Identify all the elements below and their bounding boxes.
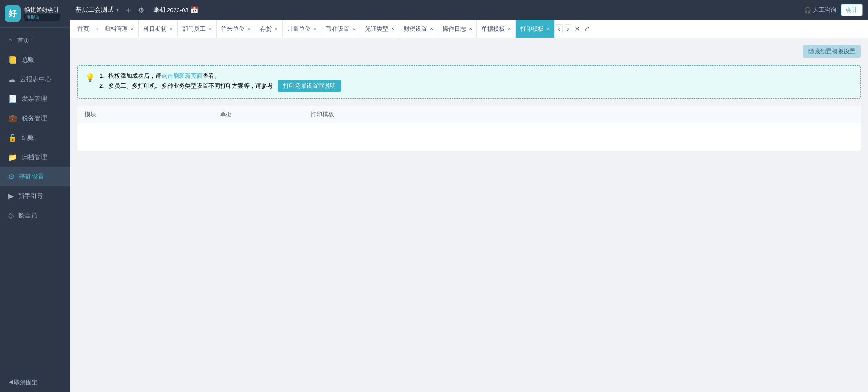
tab-unit[interactable]: 计量单位× [283,20,321,38]
notice-line1-prefix: 1、模板添加成功后，请 [99,72,161,79]
tab-label-dept-staff: 部门员工 [182,25,206,33]
sidebar-label-tax: 税务管理 [22,114,47,123]
tab-operation-log[interactable]: 操作日志× [438,20,477,38]
sidebar-label-settings: 基础设置 [19,173,44,181]
col-header-module: 模块 [85,110,220,118]
tab-counterpart[interactable]: 往来单位× [217,20,255,38]
sidebar-navigation: ⌂首页📒总账☁云报表中心🧾发票管理💼税务管理🔒结账📁归档管理⚙基础设置▶新手引导… [0,28,70,373]
tab-inventory[interactable]: 存货× [255,20,283,38]
print-scene-btn[interactable]: 打印场景设置宣说明 [278,80,341,92]
sidebar-label-home: 首页 [17,37,30,45]
service-button[interactable]: 🎧 人工咨询 [804,6,836,14]
bulb-icon: 💡 [85,73,95,83]
sidebar-icon-cloud-report: ☁ [8,75,15,84]
sidebar-label-archive: 归档管理 [22,153,47,161]
unpin-label: ◀取消固定 [8,378,38,387]
company-dropdown-icon[interactable]: ▾ [116,7,119,13]
settings-gear-icon[interactable]: ⚙ [138,6,144,14]
sidebar-icon-home: ⌂ [8,37,13,45]
tab-subject-period[interactable]: 科目期初× [139,20,178,38]
tab-voucher-type[interactable]: 凭证类型× [360,20,399,38]
sidebar-label-invoice: 发票管理 [22,95,47,103]
tab-close-currency[interactable]: × [352,26,355,32]
company-name[interactable]: 基层工会测试 ▾ [75,6,119,14]
notice-line2-prefix: 2、多员工、多打印机、多种业务类型设置不同打印方案等，请参考 [99,82,273,89]
tab-label-archive-mgmt: 归档管理 [104,25,128,33]
tab-finance-settings[interactable]: 财税设置× [399,20,438,38]
sidebar-unpin-button[interactable]: ◀取消固定 [0,373,70,392]
company-name-text: 基层工会测试 [75,6,113,14]
col-header-voucher: 单据 [220,110,311,118]
sidebar-icon-close: 🔒 [8,133,17,142]
sidebar-item-ledger[interactable]: 📒总账 [0,50,70,70]
tab-close-print-template[interactable]: × [547,26,550,32]
tab-label-currency: 币种设置 [326,25,349,33]
tab-close-subject-period[interactable]: × [170,26,173,32]
tab-label-counterpart: 往来单位 [221,25,245,33]
sidebar-icon-guide: ▶ [8,192,14,200]
notice-line1-suffix: 查看。 [203,72,220,79]
sidebar-item-home[interactable]: ⌂首页 [0,31,70,50]
sidebar-item-guide[interactable]: ▶新手引导 [0,186,70,206]
topbar: 基层工会测试 ▾ ＋ ⚙ 账期 2023-03 📅 🎧 人工咨询 会计 [70,0,868,20]
tab-home[interactable]: 首页 [72,25,94,33]
tab-close-voucher-type[interactable]: × [391,26,394,32]
tab-close-inventory[interactable]: × [274,26,278,32]
tab-home-arrow-icon[interactable]: ‹ [94,26,100,32]
logo-icon: 好 [5,5,21,22]
logo-sub-text: 旗舰版 [24,14,60,21]
notice-refresh-link[interactable]: 点击刷新新页面 [161,72,203,79]
topbar-right: 🎧 人工咨询 会计 [804,4,863,16]
content-area: 隐藏预置模板设置 💡 1、模板添加成功后，请点击刷新新页面查看。 2、多员工、多… [70,38,868,392]
tab-single-template[interactable]: 单据模板× [477,20,516,38]
tab-print-template[interactable]: 打印模板× [516,20,555,38]
tab-close-operation-log[interactable]: × [469,26,472,32]
sidebar-icon-archive: 📁 [8,153,17,161]
tab-label-finance-settings: 财税设置 [404,25,427,33]
tab-label-unit: 计量单位 [287,25,311,33]
kuaiji-button[interactable]: 会计 [841,4,863,16]
calendar-icon[interactable]: 📅 [190,6,198,14]
tab-label-inventory: 存货 [260,25,272,33]
period-label: 账期 [153,6,165,14]
hide-template-btn[interactable]: 隐藏预置模板设置 [803,45,861,58]
tab-expand-icon[interactable]: ⤢ [582,24,591,33]
tab-label-print-template: 打印模板 [520,25,544,33]
sidebar-item-member[interactable]: ◇畅会员 [0,206,70,225]
tab-archive-mgmt[interactable]: 归档管理× [100,20,139,38]
tab-label-operation-log: 操作日志 [443,25,466,33]
sidebar-icon-invoice: 🧾 [8,94,17,103]
tab-scroll-left-icon[interactable]: ‹ [556,24,562,33]
tab-close-finance-settings[interactable]: × [430,26,433,32]
sidebar-item-cloud-report[interactable]: ☁云报表中心 [0,70,70,89]
sidebar-item-archive[interactable]: 📁归档管理 [0,147,70,167]
tab-dept-staff[interactable]: 部门员工× [178,20,217,38]
notice-line2: 2、多员工、多打印机、多种业务类型设置不同打印方案等，请参考 打印场景设置宣说明 [99,80,341,92]
tab-label-voucher-type: 凭证类型 [365,25,388,33]
period-value: 2023-03 [167,7,189,14]
notice-line1: 1、模板添加成功后，请点击刷新新页面查看。 [99,72,341,80]
tab-label-subject-period: 科目期初 [143,25,167,33]
sidebar-item-settings[interactable]: ⚙基础设置 [0,167,70,186]
tab-close-counterpart[interactable]: × [247,26,250,32]
sidebar-icon-ledger: 📒 [8,56,17,64]
sidebar-item-invoice[interactable]: 🧾发票管理 [0,89,70,109]
tab-currency[interactable]: 币种设置× [321,20,360,38]
table-header: 模块 单据 打印模板 [77,106,861,123]
sidebar-item-close[interactable]: 🔒结账 [0,128,70,147]
add-tab-icon[interactable]: ＋ [124,5,132,15]
sidebar-icon-member: ◇ [8,211,14,220]
tab-close-archive-mgmt[interactable]: × [131,26,134,32]
sidebar-icon-tax: 💼 [8,114,17,123]
tab-close-single-template[interactable]: × [508,26,511,32]
sidebar: 好 畅捷通好会计 旗舰版 ⌂首页📒总账☁云报表中心🧾发票管理💼税务管理🔒结账📁归… [0,0,70,392]
tab-scroll-right-icon[interactable]: › [565,24,571,33]
sidebar-label-close: 结账 [22,134,34,142]
tab-close-all-icon[interactable]: ✕ [572,24,582,33]
headset-icon: 🎧 [804,7,811,14]
tabbar: 首页 ‹ 归档管理×科目期初×部门员工×往来单位×存货×计量单位×币种设置×凭证… [70,20,868,38]
tab-close-unit[interactable]: × [313,26,316,32]
sidebar-label-guide: 新手引导 [18,192,43,200]
tab-close-dept-staff[interactable]: × [208,26,212,32]
sidebar-item-tax[interactable]: 💼税务管理 [0,109,70,128]
